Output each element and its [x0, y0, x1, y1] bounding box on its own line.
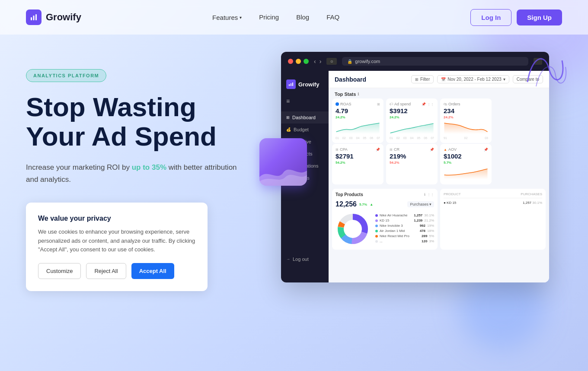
legend-item: Air Jordan 1 Mid 478 18%: [375, 229, 434, 233]
stats-grid: ROAS ⊞ 4.79 24.2% 01020304050: [329, 98, 549, 146]
signup-button[interactable]: Sign Up: [517, 10, 562, 25]
products-header: Top Products ℹ ⋮⋮: [336, 192, 434, 197]
stat-card-orders: 🛍 Orders 234 24.2% 910203: [440, 98, 492, 143]
dashboard-header: Dashboard ⊞ Filter 📅 Nov 20, 2022 - Feb …: [329, 71, 549, 88]
accept-all-button[interactable]: Accept All: [131, 263, 174, 279]
sidebar-item-budget[interactable]: 💰 Budget: [281, 124, 329, 136]
legend-item: Nike Invicible 3 992 19%: [375, 224, 434, 228]
nav-pricing[interactable]: Pricing: [259, 13, 279, 21]
cookie-buttons: Customize Reject All Accept All: [38, 263, 195, 279]
svg-rect-5: [292, 82, 293, 86]
logo-text: Growify: [46, 12, 81, 23]
legend-item: Nike React Mid Pro 289 5%: [375, 234, 434, 238]
cookie-body: We use cookies to enhance your browsing …: [38, 228, 195, 254]
table-row: ● KD 15 1,257 30.1%: [444, 200, 542, 206]
pin-icon: 📌: [430, 148, 434, 152]
legend-item: ... 120 3%: [375, 239, 434, 243]
dashboard-main: Dashboard ⊞ Filter 📅 Nov 20, 2022 - Feb …: [329, 71, 549, 282]
hamburger-icon: ≡: [281, 96, 329, 111]
decorative-squiggle: [519, 48, 571, 99]
budget-icon: 💰: [286, 127, 291, 132]
stat-card-adspend: 🏷 Ad spend 📌 ⋮⋮ $3912 24.2%: [386, 98, 438, 143]
table-header: PRODUCT PURCHASES: [444, 192, 542, 198]
info-icon: ℹ: [424, 193, 425, 197]
browser-dots: [288, 59, 309, 64]
browser-window: ‹› ⊙ 🔒 growify.com: [281, 52, 549, 282]
reject-all-button[interactable]: Reject All: [86, 263, 126, 279]
browser-content: Growify ≡ ⊞ Dashboard 💰 Budget 🎨 Creativ…: [281, 71, 549, 282]
navbar: Growify Features ▾ Pricing Blog FAQ Log …: [0, 0, 588, 35]
filter-icon: ⊞: [415, 77, 419, 82]
cpa-icon: ⊞: [336, 148, 339, 152]
app-logo: Growify: [281, 76, 329, 96]
logo-link[interactable]: Growify: [26, 10, 81, 25]
app-logo-icon: [286, 79, 296, 89]
filter-button[interactable]: ⊞ Filter: [411, 75, 434, 83]
browser-nav: ‹›: [314, 58, 321, 65]
logout-icon: →: [286, 257, 290, 261]
analytics-badge: ANALYTICS PLATFORM: [26, 69, 106, 82]
logo-icon: [26, 10, 42, 25]
legend-item: Nike Air Huarache 1,257 30.1%: [375, 213, 434, 217]
pin-icon: 📌: [484, 148, 488, 152]
cr-icon: ⊞: [390, 148, 393, 152]
login-button[interactable]: Log In: [470, 9, 511, 26]
sidebar-item-dashboard[interactable]: ⊞ Dashboard: [281, 111, 329, 124]
more-icon: ⋮⋮: [427, 193, 434, 197]
up-arrow-icon: ▲: [370, 203, 373, 206]
sidebar-logout[interactable]: → Log out: [281, 253, 329, 265]
donut-chart: [336, 212, 370, 246]
hero-left: ANALYTICS PLATFORM Stop Wasting Your Ad …: [26, 60, 251, 291]
chevron-down-icon: ▾: [240, 15, 242, 20]
nav-features[interactable]: Features ▾: [212, 14, 242, 21]
products-table-card: PRODUCT PURCHASES ● KD 15 1,257 30.1%: [440, 189, 546, 250]
hero-subtitle: Increase your marketing ROI by up to 35%…: [26, 162, 251, 185]
products-section: Top Products ℹ ⋮⋮ 12,256 5.7% ▲: [329, 189, 549, 253]
nav-faq[interactable]: FAQ: [326, 13, 339, 21]
svg-rect-1: [33, 16, 35, 20]
nav-blog[interactable]: Blog: [296, 13, 309, 21]
cookie-banner: We value your privacy We use cookies to …: [26, 203, 208, 291]
legend-item: KD 15 1,239 21.2%: [375, 219, 434, 222]
ad-icon: ▲: [444, 148, 447, 152]
pin-icon: 📌: [422, 102, 426, 106]
minimize-dot: [296, 59, 301, 64]
pin-icon: 📌: [376, 148, 380, 152]
stat-card-cr: ⊞ CR 📌 219% 54.2%: [386, 144, 438, 184]
nav-links: Features ▾ Pricing Blog FAQ: [212, 13, 339, 21]
dashboard-icon: ⊞: [286, 115, 290, 120]
calendar-icon: 📅: [441, 77, 446, 82]
browser-url: 🔒 growify.com: [342, 57, 528, 66]
more-icon: ⋮⋮: [427, 102, 434, 106]
floating-card: [259, 138, 307, 186]
close-dot: [288, 59, 293, 64]
stats-grid-row2: ⊞ CPA 📌 $2791 54.2% ⊞ CR: [329, 144, 549, 188]
customize-button[interactable]: Customize: [38, 263, 81, 279]
stat-card-cpa: ⊞ CPA 📌 $2791 54.2%: [332, 144, 383, 184]
hero-section: ANALYTICS PLATFORM Stop Wasting Your Ad …: [0, 35, 588, 371]
svg-rect-2: [35, 14, 37, 20]
donut-chart-container: Nike Air Huarache 1,257 30.1% KD 15: [336, 212, 434, 246]
svg-rect-4: [291, 83, 291, 86]
donut-legend: Nike Air Huarache 1,257 30.1% KD 15: [375, 213, 434, 244]
browser-bar: ‹› ⊙ 🔒 growify.com: [281, 52, 549, 71]
hero-right: ‹› ⊙ 🔒 growify.com: [268, 52, 562, 282]
wave-graphic: [259, 151, 307, 186]
svg-rect-3: [289, 84, 290, 86]
info-icon: ⊞: [377, 102, 380, 106]
info-icon: ℹ: [358, 92, 359, 96]
nav-actions: Log In Sign Up: [470, 9, 562, 26]
maximize-dot: [304, 59, 309, 64]
stat-card-aov: ▲ AOV 📌 $1002 5.7%: [440, 144, 492, 184]
cookie-title: We value your privacy: [38, 215, 195, 222]
tag-icon: 🏷: [390, 102, 393, 106]
hero-title: Stop Wasting Your Ad Spend: [26, 92, 251, 151]
svg-rect-0: [31, 17, 32, 20]
top-stats-label: Top Stats ℹ: [329, 88, 549, 98]
dashboard-title: Dashboard: [335, 76, 366, 83]
products-donut-card: Top Products ℹ ⋮⋮ 12,256 5.7% ▲: [332, 189, 438, 250]
bag-icon: 🛍: [444, 102, 447, 106]
stat-card-roas: ROAS ⊞ 4.79 24.2% 01020304050: [332, 98, 383, 143]
date-range-button[interactable]: 📅 Nov 20, 2022 - Feb 12 2023 ▾: [437, 75, 509, 83]
